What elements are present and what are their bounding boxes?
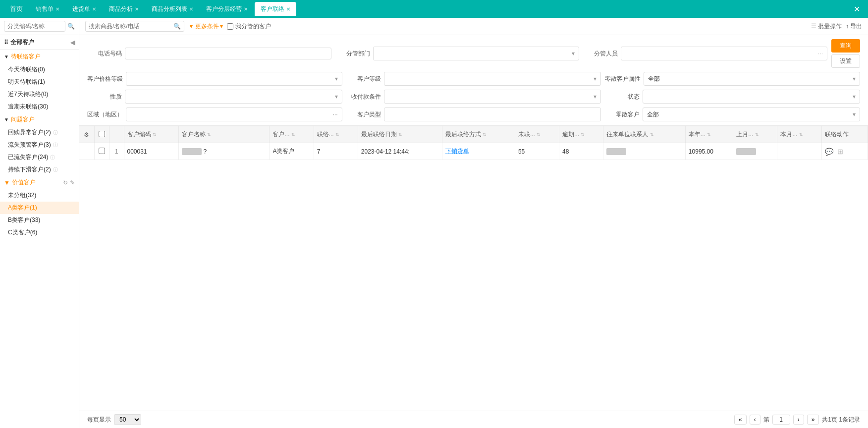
first-page-button[interactable]: « (734, 415, 747, 425)
filter-status-label: 状态 (605, 93, 640, 101)
sidebar-item-7days-contact[interactable]: 近7天待联络(0) (0, 88, 79, 101)
group-title-pending[interactable]: ▼ 待联络客户 (0, 50, 79, 63)
sidebar-all-customers-header[interactable]: ⠿ 全部客户 ◀ (0, 35, 79, 50)
th-this-year[interactable]: 本年... ⇅ (685, 126, 733, 143)
filter-search-wrap[interactable]: 🔍 (85, 21, 184, 32)
th-gear[interactable]: ⚙ (79, 126, 94, 143)
close-customer-tier-tab[interactable]: ✕ (244, 6, 248, 12)
page-number-input[interactable] (772, 415, 790, 425)
sidebar-item-class-a[interactable]: A类客户(1) (0, 202, 79, 214)
nav-tab-analysis-list[interactable]: 商品分析列表 ✕ (146, 2, 199, 16)
qr-action-icon[interactable]: ⊞ (837, 148, 843, 156)
td-contact-count: 7 (314, 143, 358, 160)
filter-customer-type-label: 客户类型 (346, 110, 381, 119)
prev-page-button[interactable]: ‹ (750, 415, 760, 425)
filter-field-region: 区域（地区） ··· (87, 107, 342, 121)
th-name[interactable]: 客户名称 ⇅ (179, 126, 270, 143)
nav-tab-purchase[interactable]: 进货单 ✕ (66, 2, 102, 16)
page-nav: « ‹ 第 › » 共1页 1条记录 (734, 415, 860, 425)
filter-customer-type-select[interactable] (384, 107, 601, 121)
close-analysis-list-tab[interactable]: ✕ (189, 6, 193, 12)
filter-region-select[interactable]: ··· (126, 107, 342, 121)
value-group-actions[interactable]: ↻ ✎ (63, 179, 75, 186)
sidebar-item-abnormal-purchase[interactable]: 回购异常客户(2) ⓘ (0, 126, 79, 139)
sidebar-item-class-c[interactable]: C类客户(6) (0, 226, 79, 239)
td-last-contact-method[interactable]: 下销货单 (442, 143, 515, 160)
sidebar-search-icon[interactable]: 🔍 (67, 23, 75, 30)
refresh-icon[interactable]: ↻ (63, 179, 68, 186)
advanced-filter-panel: 电话号码 分管部门 ▾ 分管人员 ··· (79, 35, 868, 126)
th-last-contact-date[interactable]: 最后联络日期 ⇅ (358, 126, 442, 143)
settings-button[interactable]: 设置 (831, 54, 860, 68)
sidebar-collapse-icon[interactable]: ◀ (70, 39, 75, 46)
filter-nature-select[interactable]: ▾ (125, 90, 342, 104)
sidebar-item-declining[interactable]: 持续下滑客户(2) ⓘ (0, 163, 79, 176)
content-area: 🔍 ▼ 更多条件 ▾ 我分管的客户 ☰ 批量操作 ↑ 导出 (79, 18, 868, 428)
group-title-value[interactable]: ▼ 价值客户 ↻ ✎ (0, 176, 79, 189)
arrow-value: ▼ (4, 179, 10, 186)
sidebar-item-churn-warning[interactable]: 流失预警客户(3) ⓘ (0, 139, 79, 151)
filter-nature-label: 性质 (87, 93, 122, 101)
sidebar-item-unclassified[interactable]: 未分组(32) (0, 189, 79, 202)
th-this-month[interactable]: 本月... ⇅ (777, 126, 821, 143)
nav-tab-analysis[interactable]: 商品分析 ✕ (103, 2, 145, 16)
filter-status-select[interactable]: ▾ (643, 90, 860, 104)
export-button[interactable]: ↑ 导出 (846, 22, 862, 31)
page-size-select[interactable]: 50 20 100 (114, 414, 141, 425)
close-analysis-tab[interactable]: ✕ (135, 6, 139, 12)
next-page-button[interactable]: › (793, 415, 804, 425)
filter-retail-customer-select[interactable]: 全部 ▾ (643, 107, 860, 121)
th-overdue-days[interactable]: 逾期... ⇅ (559, 126, 603, 143)
query-button[interactable]: 查询 (831, 39, 860, 53)
last-contact-method-link[interactable]: 下销货单 (445, 148, 469, 155)
filter-search-input[interactable] (89, 23, 171, 30)
page-total: 共1页 1条记录 (822, 416, 860, 424)
sidebar-item-overdue-contact[interactable]: 逾期未联络(30) (0, 101, 79, 113)
my-customers-checkbox-area[interactable]: 我分管的客户 (227, 22, 271, 31)
close-customer-contact-tab[interactable]: ✕ (286, 6, 290, 12)
batch-ops-button[interactable]: ☰ 批量操作 (811, 22, 842, 31)
td-unit-contacts (603, 143, 686, 160)
th-contact-count[interactable]: 联络... ⇅ (314, 126, 358, 143)
message-action-icon[interactable]: 💬 (825, 148, 833, 156)
close-sales-tab[interactable]: ✕ (55, 6, 59, 12)
th-code[interactable]: 客户编码 ⇅ (124, 126, 179, 143)
filter-customer-level-select[interactable]: ▾ (384, 72, 601, 86)
nav-tab-customer-contact[interactable]: 客户联络 ✕ (255, 2, 296, 16)
sidebar-item-class-b[interactable]: B类客户(33) (0, 214, 79, 226)
filter-dept-select[interactable]: ▾ (373, 47, 580, 60)
filter-more-conditions[interactable]: ▼ 更多条件 ▾ (188, 22, 223, 31)
filter-price-level-select[interactable]: ▾ (126, 72, 342, 86)
sidebar-item-churned[interactable]: 已流失客户(24) ⓘ (0, 151, 79, 163)
th-unit-contacts[interactable]: 往来单位联系人 ⇅ (603, 126, 686, 143)
select-all-checkbox[interactable] (99, 131, 105, 137)
sidebar-item-today-contact[interactable]: 今天待联络(0) (0, 63, 79, 76)
filter-retail-attr-select[interactable]: 全部 ▾ (644, 72, 860, 86)
filter-price-level-label: 客户价格等级 (87, 75, 123, 83)
region-dots[interactable]: ··· (333, 111, 338, 118)
td-checkbox[interactable] (94, 143, 109, 160)
my-customers-checkbox[interactable] (227, 23, 233, 30)
group-title-problem[interactable]: ▼ 问题客户 (0, 113, 79, 126)
filter-person-select[interactable]: ··· (621, 47, 827, 60)
sidebar-search-input[interactable] (4, 21, 65, 32)
th-checkbox[interactable] (94, 126, 109, 143)
row-checkbox[interactable] (99, 148, 105, 154)
sidebar-item-tomorrow-contact[interactable]: 明天待联络(1) (0, 76, 79, 88)
filter-search-icon[interactable]: 🔍 (173, 23, 181, 30)
filter-phone-input[interactable] (125, 48, 331, 59)
th-customer-type[interactable]: 客户... ⇅ (270, 126, 314, 143)
last-page-button[interactable]: » (807, 415, 819, 425)
person-more-icon[interactable]: ··· (818, 50, 823, 57)
nav-tab-customer-tier[interactable]: 客户分层经营 ✕ (200, 2, 254, 16)
th-not-contact-days[interactable]: 未联... ⇅ (515, 126, 559, 143)
nav-tab-sales[interactable]: 销售单 ✕ (30, 2, 65, 16)
window-close-button[interactable]: ✕ (850, 4, 864, 14)
th-last-month[interactable]: 上月... ⇅ (733, 126, 777, 143)
filter-payment-terms-select[interactable]: ▾ (384, 90, 601, 104)
filter-payment-terms-label: 收付款条件 (346, 93, 381, 101)
close-purchase-tab[interactable]: ✕ (92, 6, 96, 12)
edit-icon[interactable]: ✎ (70, 179, 75, 186)
nav-home-tab[interactable]: 首页 (4, 2, 29, 15)
th-last-contact-method[interactable]: 最后联络方式 ⇅ (442, 126, 515, 143)
